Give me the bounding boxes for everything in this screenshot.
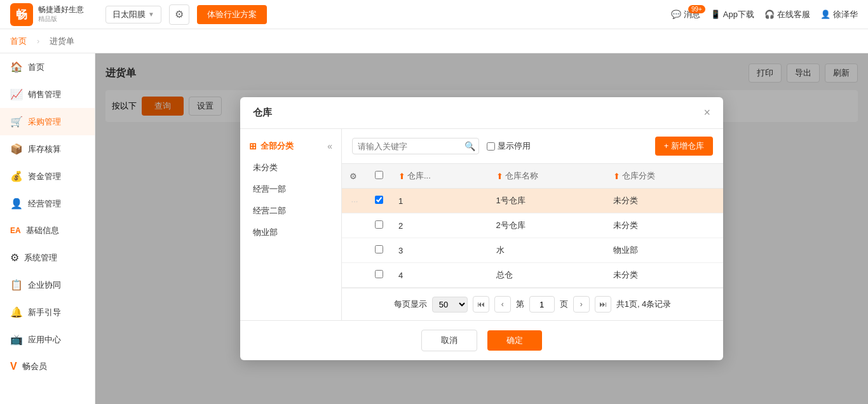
category-panel: ⊞ 全部分类 « 未分类 经营一部 经营二部 物业部 — [240, 129, 342, 320]
category-item-property[interactable]: 物业部 — [240, 222, 341, 243]
dialog-close-button[interactable]: × — [703, 106, 710, 119]
category-item-ops1[interactable]: 经营一部 — [240, 178, 341, 200]
per-page-label: 每页显示 — [394, 299, 427, 310]
sidebar-item-finance[interactable]: 💰 资金管理 — [0, 163, 95, 190]
row-num: 2 — [391, 213, 489, 238]
row-num: 1 — [391, 189, 489, 213]
row-checkbox-cell — [367, 213, 391, 238]
search-icon[interactable]: 🔍 — [465, 141, 475, 151]
avatar-icon: 👤 — [820, 10, 831, 19]
store-name: 日太阳膜 — [112, 9, 146, 20]
sidebar-item-apps[interactable]: 📺 应用中心 — [0, 326, 95, 353]
chevron-down-icon: ▼ — [148, 11, 154, 18]
next-page-button[interactable]: › — [573, 296, 590, 313]
row-checkbox[interactable] — [375, 270, 383, 278]
page-size-select[interactable]: 50 10 20 100 — [432, 297, 468, 313]
guide-icon: 🔔 — [10, 306, 23, 318]
breadcrumb-sep: › — [37, 36, 39, 46]
sidebar-item-system[interactable]: ⚙ 系统管理 — [0, 244, 95, 271]
confirm-button[interactable]: 确定 — [487, 330, 542, 351]
row-category: 未分类 — [606, 189, 723, 213]
toolbar-left: 🔍 显示停用 — [352, 138, 531, 154]
collapse-icon[interactable]: « — [327, 141, 332, 151]
dialog-footer: 取消 确定 — [240, 320, 723, 360]
th-category-label: 仓库分类 — [622, 170, 655, 182]
grid-icon: ⊞ — [249, 141, 257, 151]
sidebar-label-inventory: 库存核算 — [28, 144, 61, 155]
row-category: 物业部 — [606, 238, 723, 263]
sidebar-item-sales[interactable]: 📈 销售管理 — [0, 81, 95, 108]
row-checkbox-cell — [367, 238, 391, 263]
show-disabled-label[interactable]: 显示停用 — [487, 140, 531, 152]
table-row[interactable]: 2 2号仓库 未分类 — [342, 213, 723, 238]
sidebar-item-home[interactable]: 🏠 首页 — [0, 53, 95, 81]
add-warehouse-button[interactable]: + 新增仓库 — [655, 137, 713, 156]
table-toolbar: 🔍 显示停用 + 新增仓库 — [342, 129, 723, 164]
vip-icon: V — [10, 361, 17, 372]
sidebar-label-operations: 经营管理 — [28, 198, 61, 210]
category-item-ops2[interactable]: 经营二部 — [240, 200, 341, 222]
row-checkbox[interactable] — [375, 245, 383, 253]
warehouse-dialog: 仓库 × ⊞ 全部分类 « 未分类 — [240, 97, 723, 360]
category-header[interactable]: ⊞ 全部分类 « — [240, 135, 341, 157]
pagination-bar: 每页显示 50 10 20 100 ⏮ ‹ 第 页 — [342, 288, 723, 320]
show-disabled-checkbox[interactable] — [487, 142, 495, 151]
service-area[interactable]: 🎧 在线客服 — [764, 9, 810, 20]
brand-name: 畅捷通好生意 — [38, 5, 84, 15]
sidebar-item-inventory[interactable]: 📦 库存核算 — [0, 135, 95, 163]
content-area: 进货单 打印 导出 刷新 按以下 查询 设置 仓库 × — [95, 53, 868, 404]
breadcrumb-current: 进货单 — [50, 36, 74, 47]
table-row[interactable]: 3 水 物业部 — [342, 238, 723, 263]
table-row[interactable]: ··· 1 1号仓库 未分类 — [342, 189, 723, 213]
sidebar-label-system: 系统管理 — [24, 252, 57, 264]
user-area[interactable]: 👤 徐泽华 — [820, 9, 858, 20]
app-label: App下载 — [723, 9, 754, 20]
th-category: ⬆ 仓库分类 — [606, 164, 723, 189]
purchase-icon: 🛒 — [10, 116, 23, 128]
operations-icon: 👤 — [10, 198, 23, 210]
table-row[interactable]: 4 总仓 未分类 — [342, 263, 723, 288]
breadcrumb-home[interactable]: 首页 — [10, 36, 27, 47]
trial-button[interactable]: 体验行业方案 — [197, 5, 267, 24]
sidebar-item-vip[interactable]: V 畅会员 — [0, 353, 95, 380]
category-item-unclassified[interactable]: 未分类 — [240, 157, 341, 178]
top-header: 畅 畅捷通好生意 精品版 日太阳膜 ▼ ⚙ 体验行业方案 💬 消息 99+ 📱 … — [0, 0, 868, 29]
sidebar-item-base-info[interactable]: EA 基础信息 — [0, 217, 95, 244]
collab-icon: 📋 — [10, 279, 23, 291]
row-actions — [342, 263, 367, 288]
sidebar-item-collab[interactable]: 📋 企业协同 — [0, 271, 95, 299]
cancel-button[interactable]: 取消 — [421, 330, 477, 351]
settings-icon[interactable]: ⚙ — [169, 4, 189, 25]
th-code: ⬆ 仓库... — [391, 164, 489, 189]
sidebar-label-apps: 应用中心 — [28, 334, 61, 346]
table-header-row: ⚙ ⬆ 仓库... — [342, 164, 723, 189]
sort-icon-name: ⬆ — [496, 172, 503, 181]
headset-icon: 🎧 — [764, 10, 775, 19]
page-number-input[interactable] — [529, 296, 555, 313]
sidebar-item-operations[interactable]: 👤 经营管理 — [0, 190, 95, 217]
first-page-button[interactable]: ⏮ — [473, 296, 489, 313]
row-num: 4 — [391, 263, 489, 288]
prev-page-button[interactable]: ‹ — [494, 296, 511, 313]
header-center: 日太阳膜 ▼ ⚙ 体验行业方案 — [105, 4, 671, 25]
store-selector[interactable]: 日太阳膜 ▼ — [105, 6, 161, 24]
row-checkbox[interactable] — [375, 220, 383, 229]
row-checkbox[interactable] — [375, 196, 383, 204]
dialog-overlay: 仓库 × ⊞ 全部分类 « 未分类 — [95, 53, 868, 404]
th-settings: ⚙ — [342, 164, 367, 189]
row-checkbox-cell — [367, 189, 391, 213]
sort-icon-cat: ⬆ — [613, 172, 620, 181]
more-icon[interactable]: ··· — [351, 196, 358, 206]
sidebar-item-purchase[interactable]: 🛒 采购管理 — [0, 108, 95, 135]
row-name: 1号仓库 — [489, 189, 606, 213]
select-all-checkbox[interactable] — [375, 171, 383, 179]
app-download-area[interactable]: 📱 App下载 — [710, 9, 754, 20]
gear-column-icon: ⚙ — [349, 172, 357, 181]
message-icon: 💬 — [671, 10, 681, 19]
table-wrap: ⚙ ⬆ 仓库... — [342, 164, 723, 288]
sidebar-item-guide[interactable]: 🔔 新手引导 — [0, 299, 95, 326]
message-area[interactable]: 💬 消息 99+ — [671, 9, 700, 20]
row-actions — [342, 238, 367, 263]
last-page-button[interactable]: ⏭ — [595, 296, 611, 313]
search-input[interactable] — [358, 142, 465, 151]
